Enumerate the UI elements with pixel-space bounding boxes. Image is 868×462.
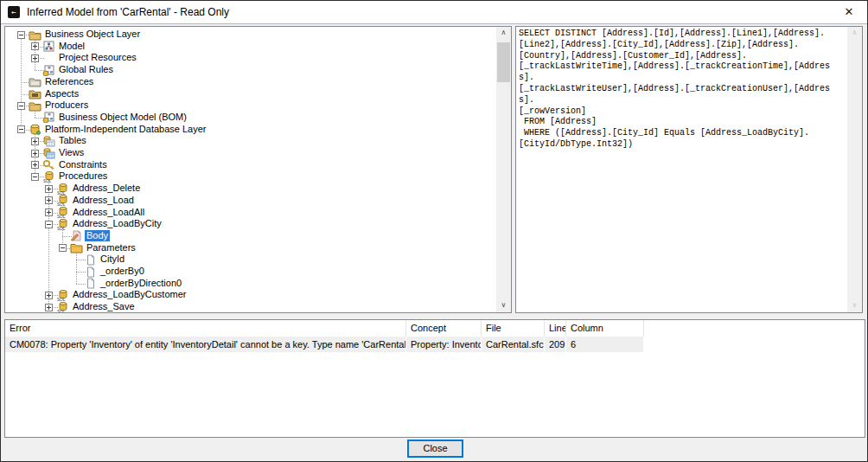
tree-item-label[interactable]: Platform-Independent Database Layer bbox=[43, 124, 208, 135]
error-cell-message: CM0078: Property 'Inventory' of entity '… bbox=[5, 337, 406, 352]
collapse-minus-icon[interactable] bbox=[17, 31, 25, 39]
projres-icon bbox=[42, 53, 55, 64]
tree-item-label[interactable]: Model bbox=[57, 41, 86, 52]
model-tree: Business Object LayerModelProject Resour… bbox=[5, 27, 496, 312]
tree-item-label[interactable]: Producers bbox=[43, 99, 90, 111]
tree-scrollbar-thumb[interactable] bbox=[497, 42, 510, 82]
svg-text:SQL: SQL bbox=[57, 202, 66, 207]
scroll-up-icon[interactable]: ∧ bbox=[496, 27, 511, 40]
view-icon bbox=[42, 148, 55, 159]
expand-plus-icon[interactable] bbox=[45, 196, 53, 204]
tree-item-label[interactable]: Project Resources bbox=[57, 52, 138, 63]
window-title: Inferred Model from 'CarRental' - Read O… bbox=[27, 1, 229, 23]
page-icon bbox=[84, 266, 97, 278]
reffolder-icon bbox=[29, 76, 41, 87]
svg-text:SQL: SQL bbox=[57, 226, 66, 230]
tree-item-label[interactable]: References bbox=[43, 76, 95, 87]
model-icon bbox=[42, 41, 55, 52]
collapse-minus-icon[interactable] bbox=[45, 221, 53, 228]
scroll-down-icon[interactable]: ∨ bbox=[496, 299, 511, 312]
app-icon: ← bbox=[8, 6, 20, 18]
error-list-header: Error Concept File Line Column bbox=[5, 320, 865, 337]
window-close-icon[interactable]: ✕ bbox=[834, 1, 864, 23]
error-row[interactable]: CM0078: Property 'Inventory' of entity '… bbox=[5, 337, 644, 352]
tree-item-label[interactable]: Address_Load bbox=[71, 195, 136, 206]
collapse-minus-icon[interactable] bbox=[17, 102, 25, 110]
table-icon bbox=[42, 136, 55, 147]
column-header-error[interactable]: Error bbox=[5, 320, 406, 337]
close-button[interactable]: Close bbox=[407, 440, 463, 458]
sql-text[interactable]: SELECT DISTINCT [Address].[Id],[Address]… bbox=[519, 29, 846, 311]
tree-item-label[interactable]: Tables bbox=[57, 135, 88, 146]
tree-item-label[interactable]: Views bbox=[57, 147, 86, 158]
expand-plus-icon[interactable] bbox=[45, 185, 53, 193]
page-icon bbox=[84, 254, 97, 266]
column-header-concept[interactable]: Concept bbox=[406, 320, 482, 337]
expand-plus-icon[interactable] bbox=[31, 55, 39, 62]
sql-icon: SQL bbox=[56, 302, 69, 312]
sql-icon: SQL bbox=[56, 290, 69, 301]
rules-icon bbox=[42, 112, 55, 123]
tree-item-label[interactable]: Address_Delete bbox=[71, 183, 142, 194]
folder-icon bbox=[29, 29, 41, 41]
expand-plus-icon[interactable] bbox=[31, 161, 39, 169]
svg-text:SQL: SQL bbox=[43, 178, 52, 183]
error-cell-concept: Property: Inventory bbox=[406, 337, 482, 352]
column-header-file[interactable]: File bbox=[482, 320, 545, 337]
tree-item-label[interactable]: Address_LoadByCustomer bbox=[71, 289, 188, 300]
model-tree-panel: Business Object LayerModelProject Resour… bbox=[4, 26, 512, 313]
tree-item-label[interactable]: Business Object Layer bbox=[43, 29, 142, 40]
title-bar[interactable]: ← Inferred Model from 'CarRental' - Read… bbox=[1, 1, 867, 24]
tree-item-label[interactable]: Business Object Model (BOM) bbox=[57, 112, 188, 123]
sql-vertical-scrollbar[interactable]: ∧ ∨ bbox=[847, 27, 862, 312]
expand-plus-icon[interactable] bbox=[45, 292, 53, 299]
svg-text:SQL: SQL bbox=[57, 215, 66, 219]
tree-item-label[interactable]: Address_Save bbox=[71, 301, 137, 312]
page-icon bbox=[84, 278, 97, 289]
error-cell-file: CarRental.sfcm bbox=[482, 337, 545, 352]
sql-icon: SQL bbox=[56, 183, 69, 195]
db-icon bbox=[29, 124, 41, 135]
tree-item-label[interactable]: CityId bbox=[99, 253, 126, 265]
column-header-column[interactable]: Column bbox=[566, 320, 644, 337]
error-cell-column: 6 bbox=[566, 337, 644, 352]
tree-item-label[interactable]: Constraints bbox=[57, 159, 109, 170]
column-header-line[interactable]: Line bbox=[545, 320, 566, 337]
dialog-window: { "window": { "title": "Inferred Model f… bbox=[0, 0, 868, 462]
error-list-panel: Error Concept File Line Column CM0078: P… bbox=[4, 319, 865, 438]
expand-plus-icon[interactable] bbox=[31, 138, 39, 145]
expand-plus-icon[interactable] bbox=[45, 209, 53, 216]
body-icon bbox=[70, 230, 83, 241]
error-cell-line: 209 bbox=[545, 337, 566, 352]
key-icon bbox=[42, 159, 55, 170]
sql-icon: SQL bbox=[56, 207, 69, 218]
tree-item-label[interactable]: Address_LoadAll bbox=[71, 207, 146, 218]
tree-item-label[interactable]: Parameters bbox=[85, 242, 137, 253]
folder2-icon bbox=[70, 242, 83, 253]
tree-vertical-scrollbar[interactable]: ∧ ∨ bbox=[496, 27, 511, 312]
collapse-minus-icon[interactable] bbox=[17, 125, 25, 133]
svg-text:SQL: SQL bbox=[57, 297, 66, 301]
tree-item-label[interactable]: Aspects bbox=[43, 88, 80, 99]
svg-text:SQL: SQL bbox=[57, 190, 66, 195]
tree-item-label[interactable]: _orderBy0 bbox=[99, 266, 146, 277]
sql-icon: SQL bbox=[56, 195, 69, 206]
folder-icon bbox=[29, 100, 41, 112]
tree-item-label[interactable]: Address_LoadByCity bbox=[71, 218, 163, 229]
scroll-down-icon[interactable]: ∨ bbox=[847, 299, 862, 312]
tree-item-label[interactable]: Procedures bbox=[57, 170, 109, 182]
svg-text:SQL: SQL bbox=[57, 309, 66, 312]
tree-item-label[interactable]: Global Rules bbox=[57, 64, 115, 75]
tree-item-label[interactable]: Body bbox=[85, 230, 110, 241]
aspfolder-icon bbox=[29, 88, 41, 99]
collapse-minus-icon[interactable] bbox=[31, 173, 39, 181]
tree-item-label[interactable]: _orderByDirection0 bbox=[99, 278, 183, 289]
sql-icon: SQL bbox=[56, 219, 69, 230]
expand-plus-icon[interactable] bbox=[31, 150, 39, 157]
scroll-up-icon[interactable]: ∧ bbox=[847, 27, 862, 40]
rules-icon bbox=[42, 65, 55, 76]
collapse-minus-icon[interactable] bbox=[59, 244, 67, 252]
expand-plus-icon[interactable] bbox=[31, 42, 39, 50]
sql-preview-panel: SELECT DISTINCT [Address].[Id],[Address]… bbox=[515, 26, 863, 313]
expand-plus-icon[interactable] bbox=[45, 304, 53, 311]
